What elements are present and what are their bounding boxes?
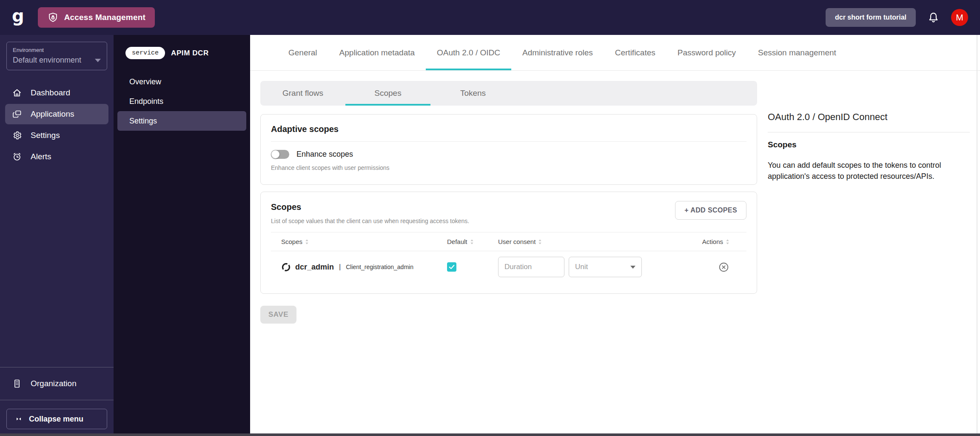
chevron-down-icon [95, 59, 101, 62]
shield-lock-icon [47, 12, 59, 23]
scopes-card: Scopes List of scope values that the cli… [260, 192, 757, 294]
product-badge-label: Access Management [64, 13, 145, 22]
scopes-description: List of scope values that the client can… [271, 218, 469, 224]
sort-icon [470, 239, 474, 245]
application-sidebar: service APIM DCR Overview Endpoints Sett… [114, 35, 250, 436]
application-type-chip: service [125, 47, 165, 59]
column-header-label: Scopes [281, 238, 302, 245]
appnav-item-settings[interactable]: Settings [117, 111, 246, 131]
help-panel-heading: Scopes [768, 140, 970, 149]
environment-label: Environment [13, 47, 101, 53]
topbar-right: dcr short form tutorial M [826, 8, 968, 27]
enhance-scopes-toggle[interactable] [271, 150, 289, 159]
collapse-menu-button[interactable]: Collapse menu [6, 409, 107, 429]
remove-scope-icon[interactable] [718, 261, 729, 273]
appnav-item-overview[interactable]: Overview [117, 72, 246, 92]
sidebar-item-dashboard[interactable]: Dashboard [5, 83, 108, 103]
column-header-label: User consent [498, 238, 536, 245]
tab-application-metadata[interactable]: Application metadata [328, 35, 426, 70]
adaptive-scopes-card: Adaptive scopes Enhance scopes Enhance c… [260, 114, 757, 185]
default-cell [437, 262, 488, 272]
default-checkbox[interactable] [447, 262, 456, 272]
duration-input[interactable] [498, 257, 564, 277]
environment-selector[interactable]: Environment Default environment [6, 42, 107, 70]
sidebar-item-organization[interactable]: Organization [5, 373, 108, 394]
scope-circle-icon [281, 262, 291, 272]
add-scopes-button[interactable]: + ADD SCOPES [675, 201, 746, 220]
applications-icon [12, 109, 22, 119]
sidebar-item-label: Settings [31, 131, 60, 140]
sort-icon [726, 239, 729, 245]
tab-certificates[interactable]: Certificates [604, 35, 667, 70]
subtab-scopes[interactable]: Scopes [345, 81, 430, 106]
actions-cell [679, 261, 746, 273]
scopes-title: Scopes [271, 202, 469, 212]
scope-description: Client_registration_admin [346, 264, 413, 270]
main-content: General Application metadata OAuth 2.0 /… [250, 35, 980, 436]
column-header-actions[interactable]: Actions [679, 238, 746, 245]
home-icon [12, 88, 22, 98]
sidebar-item-alerts[interactable]: Alerts [5, 146, 108, 167]
save-button[interactable]: SAVE [260, 306, 296, 324]
sidebar-item-settings[interactable]: Settings [5, 125, 108, 146]
sidebar-spacer [5, 167, 108, 367]
user-consent-cell: Unit [488, 257, 679, 277]
access-management-app: g Access Management dcr short form tutor… [0, 0, 980, 436]
column-header-label: Actions [702, 238, 723, 245]
tab-oauth-oidc[interactable]: OAuth 2.0 / OIDC [426, 35, 511, 70]
scope-name: dcr_admin [295, 263, 334, 272]
oauth-subtabs: Grant flows Scopes Tokens [260, 81, 757, 106]
scopes-table-header: Scopes Default User consent [271, 232, 746, 251]
unit-select-value: Unit [575, 263, 588, 271]
toggle-knob [271, 150, 279, 158]
collapse-icon [15, 416, 22, 422]
gravitee-logo[interactable]: g [12, 7, 24, 24]
scope-cell: dcr_admin | Client_registration_admin [271, 262, 437, 272]
appnav-item-endpoints[interactable]: Endpoints [117, 92, 246, 111]
right-edge-divider [977, 35, 977, 433]
scopes-table: Scopes Default User consent [271, 232, 746, 283]
column-header-label: Default [447, 238, 467, 245]
collapse-menu-label: Collapse menu [29, 415, 83, 424]
primary-sidebar: Environment Default environment Dashboar… [0, 35, 114, 436]
help-panel-body: You can add default scopes to the tokens… [768, 160, 970, 182]
sidebar-divider [0, 367, 114, 367]
tab-administrative-roles[interactable]: Administrative roles [511, 35, 604, 70]
organization-context-button[interactable]: dcr short form tutorial [826, 8, 916, 27]
building-icon [12, 379, 22, 389]
scope-table-row: dcr_admin | Client_registration_admin [271, 251, 746, 283]
top-bar: g Access Management dcr short form tutor… [0, 0, 980, 35]
unit-select[interactable]: Unit [569, 257, 642, 277]
tab-password-policy[interactable]: Password policy [667, 35, 747, 70]
sidebar-item-label: Organization [31, 379, 77, 388]
enhance-scopes-label: Enhance scopes [296, 150, 353, 159]
environment-value: Default environment [13, 56, 81, 65]
gear-icon [12, 130, 22, 141]
adaptive-scopes-title: Adaptive scopes [271, 124, 746, 134]
help-panel: OAuth 2.0 / OpenID Connect Scopes You ca… [768, 112, 970, 182]
product-switcher-button[interactable]: Access Management [38, 7, 155, 28]
sidebar-item-label: Alerts [31, 152, 51, 161]
chevron-down-icon [630, 266, 635, 269]
application-header: service APIM DCR [114, 47, 250, 59]
sidebar-item-label: Applications [31, 109, 74, 119]
sort-icon [305, 239, 309, 245]
subtab-tokens[interactable]: Tokens [430, 81, 516, 106]
column-header-default[interactable]: Default [437, 238, 488, 245]
subtab-grant-flows[interactable]: Grant flows [260, 81, 345, 106]
bottom-page-edge [0, 433, 980, 436]
scope-separator: | [339, 263, 341, 271]
user-avatar[interactable]: M [951, 9, 968, 26]
help-panel-title: OAuth 2.0 / OpenID Connect [768, 112, 970, 132]
sidebar-item-applications[interactable]: Applications [5, 104, 108, 124]
column-header-user-consent[interactable]: User consent [488, 238, 679, 245]
settings-tabs: General Application metadata OAuth 2.0 /… [250, 35, 980, 71]
sidebar-divider [0, 400, 114, 400]
column-header-scopes[interactable]: Scopes [271, 238, 437, 245]
application-name: APIM DCR [171, 49, 209, 57]
sidebar-item-label: Dashboard [31, 88, 70, 98]
notifications-bell-icon[interactable] [927, 11, 940, 24]
tab-general[interactable]: General [277, 35, 328, 70]
adaptive-scopes-description: Enhance client scopes with user permissi… [271, 164, 746, 171]
tab-session-management[interactable]: Session management [747, 35, 847, 70]
